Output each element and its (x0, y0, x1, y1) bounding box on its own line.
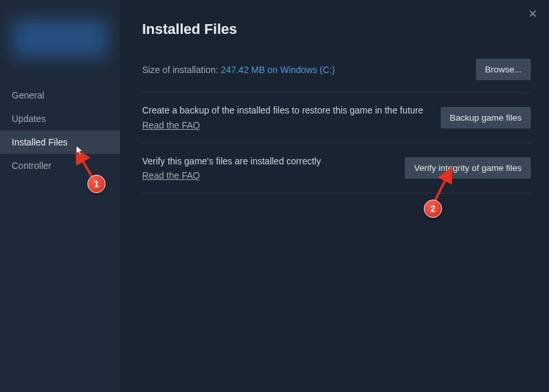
sidebar-item-installed-files[interactable]: Installed Files (0, 130, 120, 154)
verify-row: Verify this game's files are installed c… (142, 155, 531, 194)
install-size-row: Size of installation: 247.42 MB on Windo… (142, 59, 531, 93)
backup-faq-link[interactable]: Read the FAQ (142, 120, 200, 130)
backup-desc: Create a backup of the installed files t… (142, 104, 428, 117)
backup-button[interactable]: Backup game files (441, 107, 531, 128)
sidebar-item-updates[interactable]: Updates (0, 107, 120, 130)
sidebar: General Updates Installed Files Controll… (0, 0, 120, 392)
sidebar-game-header (0, 0, 120, 77)
close-icon[interactable]: ✕ (526, 7, 539, 20)
page-title: Installed Files (142, 21, 531, 38)
install-size-label: Size of installation: (142, 65, 221, 75)
verify-button[interactable]: Verify integrity of game files (405, 157, 531, 179)
install-size-value: 247.42 MB on Windows (C:) (221, 65, 335, 75)
main-panel: ✕ Installed Files Size of installation: … (120, 0, 549, 392)
browse-button[interactable]: Browse... (476, 59, 531, 80)
sidebar-items: General Updates Installed Files Controll… (0, 77, 120, 177)
sidebar-item-controller[interactable]: Controller (0, 154, 120, 177)
properties-window: General Updates Installed Files Controll… (0, 0, 549, 392)
verify-desc: Verify this game's files are installed c… (142, 155, 392, 168)
backup-row: Create a backup of the installed files t… (142, 104, 531, 143)
sidebar-item-general[interactable]: General (0, 83, 120, 107)
verify-faq-link[interactable]: Read the FAQ (142, 170, 200, 181)
